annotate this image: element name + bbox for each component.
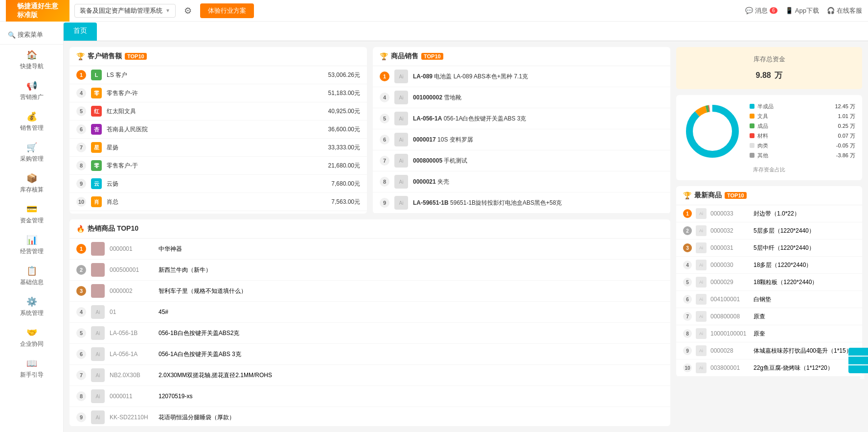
customer-amount: 53,006.26元	[328, 71, 360, 79]
list-item: 7 星 星扬 33,333.00元	[69, 139, 367, 157]
trophy-icon-2: 🏆	[380, 52, 388, 60]
sidebar-item-新手引导[interactable]: 📖新手引导	[0, 353, 63, 384]
sidebar-item-快捷导航[interactable]: 🏠快捷导航	[0, 45, 63, 75]
product-top10-card: 🏆 商品销售 TOP10 1 Ai LA-089 电池盖 LA-089 ABS本…	[373, 47, 670, 214]
customer-name: 肖总	[107, 198, 326, 206]
customer-name: 红太阳文具	[107, 107, 323, 116]
product-list: 1 Ai LA-089 电池盖 LA-089 ABS本色+黑种 7.1克 4 A…	[373, 66, 670, 214]
app-download-button[interactable]: 📱 App下载	[785, 6, 819, 15]
sidebar-item-label: 库存核算	[20, 186, 44, 194]
list-item: 9 Ai LA-59651-1B 59651-1B旋转投影灯电池盒ABS黑色+5…	[373, 192, 670, 214]
customer-top10-card: 🏆 客户销售额 TOP10 1 L LS 客户 53,006.26元 4 零 零…	[69, 47, 367, 214]
hot-icon: 🔥	[76, 225, 85, 233]
customer-name: 云扬	[107, 180, 326, 188]
sidebar-item-label: 采购管理	[20, 155, 44, 163]
sidebar-icon: ⚙️	[26, 296, 37, 307]
search-menu-item[interactable]: 🔍 搜索菜单	[0, 25, 63, 45]
product-name: 5层中纤（1220*2440）	[754, 244, 815, 252]
rank-number: 4	[380, 93, 389, 102]
list-item: 2 000500001 新西兰牛肉（新牛）	[69, 260, 670, 281]
sidebar-item-企业协同[interactable]: 🤝企业协同	[0, 322, 63, 353]
list-item: 5 Ai 0000029 18颗粒板（1220*2440）	[676, 274, 862, 291]
list-item: 6 杏 苍南县人民医院 36,600.00元	[69, 120, 367, 139]
rank-number: 5	[76, 328, 86, 338]
product-name: 22g鱼豆腐-烧烤味（1*12*20）	[754, 364, 833, 372]
product-code: LA-056-1A	[110, 351, 154, 358]
sidebar-item-系统管理[interactable]: ⚙️系统管理	[0, 291, 63, 322]
product-code: 0000011	[110, 393, 154, 400]
latest-products-card: 🏆 最新商品 TOP10 1 Ai 0000033 封边带（1.0*22） 2 …	[676, 186, 862, 377]
rank-number: 5	[683, 278, 692, 287]
live-button[interactable]: 直播	[848, 365, 868, 373]
rank-number: 1	[76, 70, 86, 80]
product-name: 45#	[159, 309, 168, 315]
sidebar-item-基础信息[interactable]: 📋基础信息	[0, 261, 63, 291]
settings-button[interactable]: ⚙	[181, 3, 195, 18]
product-code: 10000100001	[710, 330, 750, 337]
legend-item: 材料 0.07 万	[750, 132, 855, 140]
tab-home[interactable]: 首页	[64, 23, 97, 41]
customer-amount: 33,333.00元	[328, 144, 360, 152]
sidebar-item-label: 营销推广	[20, 93, 44, 101]
legend-list: 半成品 12.45 万 文具 1.01 万 成品 0.25 万 材料 0.07 …	[750, 103, 855, 162]
sidebar-item-营销推广[interactable]: 📢营销推广	[0, 75, 63, 106]
message-button[interactable]: 💬 消息 6	[745, 6, 777, 15]
product-image	[91, 263, 105, 277]
hot-sales-card: 🔥 热销商品 TOP10 1 0000001 中华神器 2 000500001 …	[69, 219, 670, 426]
list-item: 1 0000001 中华神器	[69, 239, 670, 260]
customer-amount: 21,680.00元	[328, 162, 360, 170]
latest-card-header: 🏆 最新商品 TOP10	[676, 186, 862, 205]
sidebar-item-采购管理[interactable]: 🛒采购管理	[0, 137, 63, 168]
rank-number: 8	[380, 177, 389, 187]
trial-button[interactable]: 体验行业方案	[200, 3, 254, 18]
product-card-title: 商品销售	[391, 52, 418, 61]
rank-number: 9	[76, 179, 86, 189]
list-item: 6 Ai 0000017 10S 变料罗孱	[373, 129, 670, 150]
rank-number: 1	[380, 72, 389, 81]
list-item: 4 Ai 01 45#	[69, 302, 670, 323]
product-image	[91, 284, 105, 298]
rank-number: 6	[76, 124, 86, 134]
sidebar-icon: 📦	[26, 173, 37, 184]
list-item: 7 Ai 000800008 原查	[676, 308, 862, 325]
sidebar-icon: 📊	[26, 235, 37, 245]
product-name: 056-1B白色按键开关盖ABS2克	[159, 329, 239, 337]
rank-number: 10	[76, 197, 86, 207]
legend-label: 其他	[757, 152, 768, 159]
product-image: Ai	[696, 260, 707, 270]
inventory-column: 库存总资金 9.88 万	[676, 47, 862, 426]
sidebar-item-库存核算[interactable]: 📦库存核算	[0, 168, 63, 199]
avatar: 杏	[91, 124, 102, 135]
product-code: 000800008	[710, 313, 750, 320]
list-item: 4 Ai 0000030 18多层（1220*2440）	[676, 257, 862, 274]
sidebar: 🔍 搜索菜单 🏠快捷导航📢营销推广💰销售管理🛒采购管理📦库存核算💳资金管理📊经营…	[0, 22, 64, 432]
product-image: Ai	[394, 112, 408, 125]
list-item: 4 Ai 001000002 雪地靴	[373, 87, 670, 108]
inventory-chart-label: 库存资金占比	[683, 166, 855, 173]
customer-name: 零售客户-许	[107, 89, 323, 97]
avatar: 云	[91, 178, 102, 189]
sidebar-item-经营管理[interactable]: 📊经营管理	[0, 230, 63, 261]
customer-name: 星扬	[107, 144, 323, 152]
product-info: LA-056-1A 056-1A白色按键开关盖ABS 3克	[413, 115, 663, 123]
sidebar-item-资金管理[interactable]: 💳资金管理	[0, 199, 63, 230]
sidebar-item-销售管理[interactable]: 💰销售管理	[0, 106, 63, 137]
legend-label: 半成品	[757, 103, 774, 110]
online-service-button[interactable]: 🎧 在线客服	[827, 6, 862, 15]
legend-value: -0.05 万	[836, 142, 855, 149]
legend-label: 成品	[757, 122, 768, 130]
product-image: Ai	[91, 305, 105, 319]
rank-number: 1	[683, 209, 692, 218]
customer-service-button[interactable]: 客服热线	[848, 348, 868, 356]
customer-card-title: 客户销售额	[88, 52, 122, 61]
rank-number: 8	[76, 391, 86, 401]
latest-top10-badge: TOP10	[725, 192, 747, 199]
latest-card-title: 最新商品	[694, 191, 722, 200]
system-selector[interactable]: 装备及固定资产辅助管理系统 ▼	[74, 4, 176, 18]
product-name: 体城嘉枝味苏打饮品400毫升（1*15）	[754, 347, 852, 355]
list-item: 9 Ai KK-SD22110H 花语萌恒温分腿睡袋（厚款）	[69, 407, 670, 426]
community-button[interactable]: 服务社区	[848, 357, 868, 364]
app-download-label: App下载	[795, 6, 819, 15]
list-item: 5 Ai LA-056-1B 056-1B白色按键开关盖ABS2克	[69, 323, 670, 344]
legend-value: 0.25 万	[838, 122, 855, 130]
